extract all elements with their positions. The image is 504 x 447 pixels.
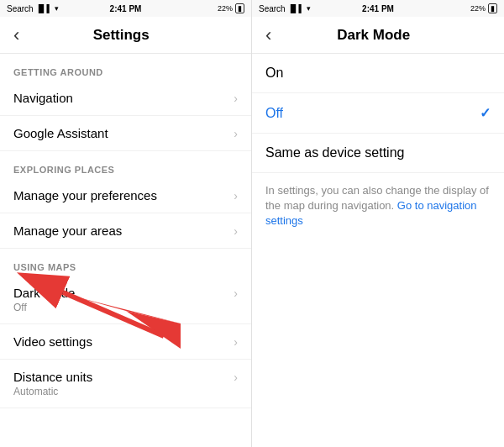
nav-sub-dark-mode: Off <box>13 302 238 313</box>
nav-item-navigation[interactable]: Navigation › <box>0 81 251 116</box>
nav-item-google-assistant[interactable]: Google Assistant › <box>0 116 251 151</box>
nav-item-distance-units[interactable]: Distance units › Automatic <box>0 360 251 408</box>
chevron-icon-google-assistant: › <box>234 127 238 140</box>
nav-item-manage-areas[interactable]: Manage your areas › <box>0 213 251 249</box>
nav-item-manage-preferences[interactable]: Manage your preferences › <box>0 178 251 213</box>
back-button-left[interactable]: ‹ <box>13 26 19 45</box>
battery-pct-left: 22% <box>218 4 233 13</box>
status-bar-left: Search ▐▌▌ ▾ 2:41 PM 22% ▮ <box>0 0 251 17</box>
option-label-same-as-device: Same as device setting <box>265 145 404 160</box>
nav-label-manage-preferences: Manage your preferences <box>13 188 157 202</box>
signal-icon-right: ▐▌▌ <box>288 4 304 13</box>
wifi-icon-left: ▾ <box>55 4 59 13</box>
nav-label-distance-units: Distance units <box>13 370 92 384</box>
nav-label-google-assistant: Google Assistant <box>13 126 108 140</box>
section-getting-around: GETTING AROUND <box>0 54 251 81</box>
right-panel: Search ▐▌▌ ▾ 2:41 PM 22% ▮ ‹ Dark Mode O… <box>252 0 504 447</box>
chevron-icon-dark-mode: › <box>234 287 238 300</box>
nav-label-video-settings: Video settings <box>13 334 92 349</box>
search-label-left: Search <box>7 4 34 13</box>
nav-label-manage-areas: Manage your areas <box>13 224 122 238</box>
nav-label-navigation: Navigation <box>13 91 73 105</box>
status-bar-right: Search ▐▌▌ ▾ 2:41 PM 22% ▮ <box>252 0 504 17</box>
info-section: In settings, you can also change the dis… <box>252 173 504 239</box>
option-label-off: Off <box>265 106 283 121</box>
time-left: 2:41 PM <box>110 4 142 13</box>
settings-title: Settings <box>29 27 213 44</box>
wifi-icon-right: ▾ <box>307 4 311 13</box>
section-exploring-places: EXPLORING PLACES <box>0 151 251 178</box>
settings-header: ‹ Settings <box>0 17 251 54</box>
dark-mode-title: Dark Mode <box>281 27 465 44</box>
chevron-icon-manage-preferences: › <box>234 189 238 202</box>
chevron-icon-navigation: › <box>234 92 238 105</box>
chevron-icon-manage-areas: › <box>234 224 238 238</box>
option-label-on: On <box>265 66 283 81</box>
search-label-right: Search <box>259 4 286 13</box>
back-button-right[interactable]: ‹ <box>265 26 271 45</box>
option-same-as-device[interactable]: Same as device setting <box>252 134 504 173</box>
battery-icon-right: ▮ <box>488 3 497 13</box>
option-off[interactable]: Off ✓ <box>252 93 504 134</box>
chevron-icon-video-settings: › <box>234 335 238 349</box>
nav-label-dark-mode: Dark Mode <box>13 286 75 300</box>
signal-icon-left: ▐▌▌ <box>36 4 52 13</box>
dark-mode-header: ‹ Dark Mode <box>252 17 504 54</box>
checkmark-icon: ✓ <box>480 105 491 121</box>
nav-item-video-settings[interactable]: Video settings › <box>0 324 251 360</box>
section-using-maps: USING MAPS <box>0 249 251 276</box>
chevron-icon-distance-units: › <box>234 371 238 384</box>
time-right: 2:41 PM <box>362 4 394 13</box>
nav-item-dark-mode[interactable]: Dark Mode › Off <box>0 276 251 324</box>
battery-icon-left: ▮ <box>235 3 244 13</box>
battery-pct-right: 22% <box>470 4 486 13</box>
nav-sub-distance-units: Automatic <box>13 386 238 397</box>
option-on[interactable]: On <box>252 54 504 93</box>
